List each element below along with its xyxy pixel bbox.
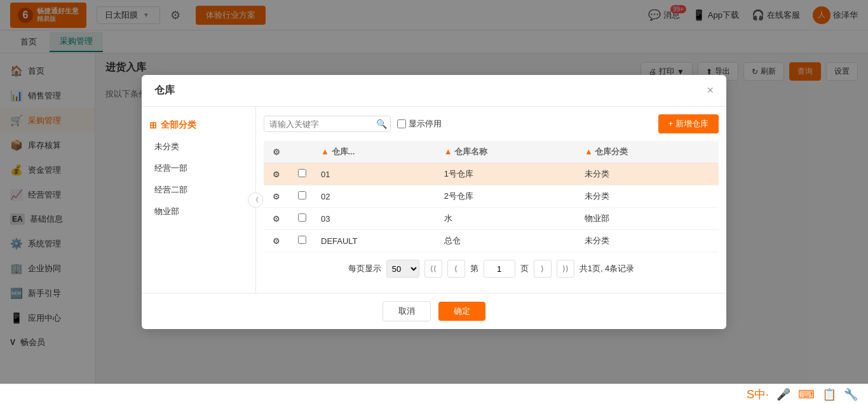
modal-footer: 取消 确定	[142, 293, 726, 329]
row-checkbox-2[interactable]	[298, 191, 306, 199]
panel-toggle-button[interactable]: 《	[248, 192, 263, 208]
per-page-select[interactable]: 50 10 20 100	[386, 260, 419, 278]
row-gear-icon[interactable]: ⚙	[273, 192, 280, 201]
keyboard-icon[interactable]: ⌨	[798, 387, 815, 401]
new-warehouse-button[interactable]: + 新增仓库	[658, 114, 719, 133]
row-name: 水	[438, 208, 578, 230]
prev-page-button[interactable]: ⟨	[447, 260, 465, 278]
search-box: 🔍	[264, 116, 391, 132]
category-item-dept1[interactable]: 经营一部	[142, 158, 255, 179]
table-header: ⚙ ▲ 仓库... ▲ 仓库名称 ▲	[264, 141, 719, 163]
all-categories-header[interactable]: ⊞ 全部分类	[142, 114, 255, 136]
category-item-property[interactable]: 物业部	[142, 201, 255, 222]
right-toolbar: 🔍 显示停用 + 新增仓库	[264, 114, 719, 133]
table-row[interactable]: ⚙ 02 2号仓库 未分类	[264, 185, 719, 208]
sort-icon-code: ▲	[321, 147, 329, 156]
row-gear-icon[interactable]: ⚙	[273, 236, 280, 246]
row-category: 未分类	[578, 185, 719, 208]
warehouse-table-wrapper: ⚙ ▲ 仓库... ▲ 仓库名称 ▲	[264, 141, 719, 252]
row-code: 01	[315, 163, 438, 185]
row-checkbox-4[interactable]	[298, 236, 306, 244]
row-category: 未分类	[578, 163, 719, 185]
row-check	[289, 163, 315, 185]
row-code: DEFAULT	[315, 230, 438, 252]
table-row[interactable]: ⚙ DEFAULT 总仓 未分类	[264, 230, 719, 252]
row-check	[289, 208, 315, 230]
col-check	[289, 141, 315, 163]
modal-body: ⊞ 全部分类 未分类 经营一部 经营二部 物业部 《 🔍 显示停用 + 新增仓库	[142, 107, 726, 293]
sort-icon-name: ▲	[444, 147, 452, 156]
table-body: ⚙ 01 1号仓库 未分类 ⚙	[264, 163, 719, 252]
confirm-button[interactable]: 确定	[438, 302, 485, 321]
row-gear-icon[interactable]: ⚙	[273, 214, 280, 224]
clipboard-icon[interactable]: 📋	[822, 387, 836, 401]
row-code: 02	[315, 185, 438, 208]
table-row[interactable]: ⚙ 03 水 物业部	[264, 208, 719, 230]
search-input[interactable]	[269, 119, 376, 129]
pagination: 每页显示 50 10 20 100 ⟨⟨ ⟨ 第 页 ⟩ ⟩⟩ 共1页, 4条记…	[264, 252, 719, 285]
tool-icon[interactable]: 🔧	[844, 387, 858, 401]
row-gear: ⚙	[264, 163, 289, 185]
category-item-dept2[interactable]: 经营二部	[142, 179, 255, 201]
search-icon: 🔍	[376, 119, 387, 129]
modal-title: 仓库	[154, 84, 175, 97]
mic-icon[interactable]: 🎤	[776, 387, 790, 401]
category-item-uncategorized[interactable]: 未分类	[142, 136, 255, 158]
row-category: 物业部	[578, 208, 719, 230]
row-check	[289, 230, 315, 252]
warehouse-table: ⚙ ▲ 仓库... ▲ 仓库名称 ▲	[264, 141, 719, 252]
modal-header: 仓库 ×	[142, 75, 726, 107]
col-gear: ⚙	[264, 141, 289, 163]
row-category: 未分类	[578, 230, 719, 252]
row-gear: ⚙	[264, 230, 289, 252]
show-disabled-checkbox[interactable]	[397, 119, 406, 128]
page-number-input[interactable]	[484, 260, 515, 278]
row-gear-icon[interactable]: ⚙	[273, 170, 280, 179]
category-panel: ⊞ 全部分类 未分类 经营一部 经营二部 物业部 《	[142, 107, 256, 293]
table-row[interactable]: ⚙ 01 1号仓库 未分类	[264, 163, 719, 185]
first-page-button[interactable]: ⟨⟨	[424, 260, 442, 278]
row-name: 2号仓库	[438, 185, 578, 208]
col-category[interactable]: ▲ 仓库分类	[578, 141, 719, 163]
row-checkbox-1[interactable]	[298, 169, 306, 177]
brand-icon: S中·	[747, 387, 769, 402]
row-checkbox-3[interactable]	[298, 213, 306, 222]
row-gear: ⚙	[264, 185, 289, 208]
bottombar: S中· 🎤 ⌨ 📋 🔧	[0, 384, 868, 404]
sort-icon-cat: ▲	[585, 147, 593, 156]
row-name: 总仓	[438, 230, 578, 252]
show-disabled-container: 显示停用	[397, 118, 442, 130]
row-check	[289, 185, 315, 208]
row-code: 03	[315, 208, 438, 230]
modal-close-button[interactable]: ×	[707, 84, 714, 97]
right-panel: 🔍 显示停用 + 新增仓库 ⚙ ▲ 仓库	[256, 107, 726, 293]
grid-icon: ⊞	[149, 120, 157, 130]
row-gear: ⚙	[264, 208, 289, 230]
cancel-button[interactable]: 取消	[383, 301, 431, 321]
last-page-button[interactable]: ⟩⟩	[557, 260, 574, 278]
next-page-button[interactable]: ⟩	[534, 260, 552, 278]
col-name[interactable]: ▲ 仓库名称	[438, 141, 578, 163]
warehouse-modal: 仓库 × ⊞ 全部分类 未分类 经营一部 经营二部 物业部 《 🔍	[142, 75, 726, 329]
col-code[interactable]: ▲ 仓库...	[315, 141, 438, 163]
row-name: 1号仓库	[438, 163, 578, 185]
